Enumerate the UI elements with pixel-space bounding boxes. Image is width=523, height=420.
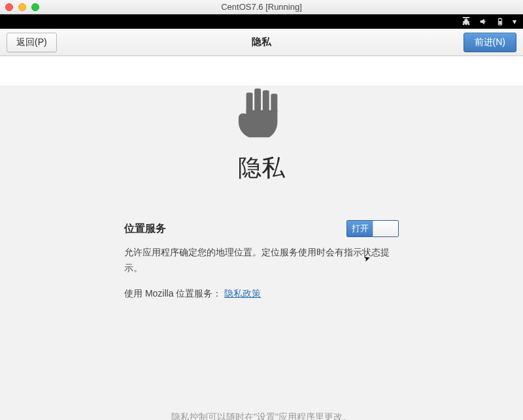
location-services-toggle[interactable]: 打开	[346, 220, 399, 237]
mozilla-prefix: 使用 Mozilla 位置服务：	[124, 288, 222, 299]
svg-rect-1	[465, 24, 467, 25]
toggle-knob	[373, 221, 398, 236]
footer-note: 隐私控制可以随时在"设置"应用程序里更改。	[0, 412, 523, 420]
window-title: CentOS7.6 [Running]	[0, 2, 523, 12]
back-button[interactable]: 返回(P)	[7, 33, 57, 52]
page-title: 隐私	[0, 152, 523, 184]
toggle-on-label: 打开	[347, 221, 373, 236]
mozilla-line: 使用 Mozilla 位置服务： 隐私政策	[124, 288, 399, 300]
volume-icon[interactable]	[479, 17, 488, 26]
gnome-top-bar: ▾	[0, 14, 523, 29]
window-maximize-button[interactable]	[31, 3, 39, 11]
svg-rect-5	[499, 21, 501, 24]
main-content: 隐私 位置服务 打开 允许应用程序确定您的地理位置。定位服务使用时会有指示状态提…	[0, 86, 523, 420]
privacy-policy-link[interactable]: 隐私政策	[224, 288, 261, 299]
svg-rect-2	[468, 24, 470, 25]
header-title: 隐私	[0, 36, 523, 48]
svg-rect-0	[463, 24, 465, 25]
location-services-description: 允许应用程序确定您的地理位置。定位服务使用时会有指示状态提示。	[124, 245, 399, 276]
traffic-lights	[0, 3, 39, 11]
chevron-down-icon[interactable]: ▾	[513, 17, 516, 26]
mac-titlebar: CentOS7.6 [Running]	[0, 0, 523, 14]
content-block: 位置服务 打开 允许应用程序确定您的地理位置。定位服务使用时会有指示状态提示。 …	[124, 220, 399, 300]
svg-rect-7	[254, 89, 261, 114]
window-close-button[interactable]	[5, 3, 13, 11]
location-services-label: 位置服务	[124, 222, 166, 236]
svg-rect-4	[499, 18, 501, 18]
window-minimize-button[interactable]	[18, 3, 26, 11]
privacy-hand-icon	[232, 86, 291, 144]
next-button[interactable]: 前进(N)	[464, 33, 516, 52]
battery-icon[interactable]	[496, 17, 505, 26]
app-header: 返回(P) 隐私 前进(N)	[0, 29, 523, 56]
network-icon[interactable]	[462, 17, 471, 26]
